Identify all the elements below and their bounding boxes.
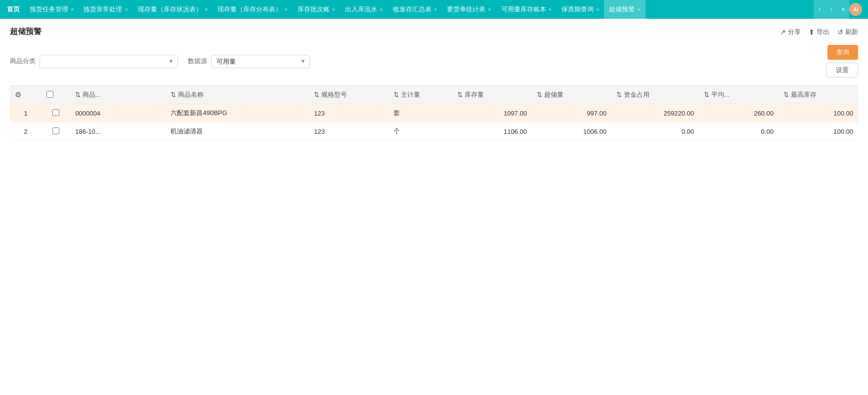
filter-buttons: 查询 设置 (826, 45, 858, 78)
col-header-overstock: ⇅ 超储量 (532, 86, 611, 104)
row-spec: 123 (309, 104, 389, 122)
row-unit: 套 (389, 104, 452, 122)
nav-close-3[interactable]: × (205, 6, 208, 12)
datasource-label: 数据源 (188, 57, 207, 66)
nav-close-10[interactable]: × (596, 6, 599, 12)
row-overstock: 1006.00 (532, 122, 611, 141)
row-checkbox-cell[interactable] (42, 104, 70, 122)
nav-item-5[interactable]: 库存批次账× (293, 0, 340, 19)
table-row: 2 186-10... 机油滤清器 123 个 1106.00 1006.00 … (10, 122, 858, 141)
share-icon: ↗ (780, 28, 786, 36)
nav-close-2[interactable]: × (125, 6, 128, 12)
row-overstock: 997.00 (532, 104, 611, 122)
nav-item-7[interactable]: 收发存汇总表× (388, 0, 442, 19)
row-stock: 1106.00 (452, 122, 532, 141)
row-checkbox[interactable] (52, 109, 59, 116)
col-header-unit: ⇅ 主计量 (389, 86, 452, 104)
col-header-stock: ⇅ 库存量 (452, 86, 532, 104)
avatar: Ai (849, 3, 862, 16)
nav-item-10[interactable]: 保质期查询× (557, 0, 604, 19)
nav-close-5[interactable]: × (332, 6, 335, 12)
category-filter-group: 商品分类 ▼ (10, 55, 178, 68)
nav-close-9[interactable]: × (549, 6, 552, 12)
row-stock: 1097.00 (452, 104, 532, 122)
col-header-product-name: ⇅ 商品名称 (166, 86, 309, 104)
row-product-name: 六配套新昌490BPG (166, 104, 309, 122)
refresh-button[interactable]: ↺ 刷新 (837, 28, 858, 37)
datasource-filter-group: 数据源 可用量 ▼ (188, 55, 310, 68)
top-navigation: 首页拣货任务管理×拣货异常处理×现存量（库存状况表）×现存量（库存分布表）×库存… (0, 0, 868, 19)
row-avg: 260.00 (699, 104, 779, 122)
page-actions: ↗ 分享 ⬆ 导出 ↺ 刷新 (780, 28, 858, 37)
row-avg: 0.00 (699, 122, 779, 141)
row-index: 1 (10, 104, 42, 122)
nav-next-button[interactable]: › (825, 0, 837, 19)
row-spec: 123 (309, 122, 389, 141)
settings-button[interactable]: 设置 (826, 63, 858, 78)
nav-item-8[interactable]: 要货单统计表× (442, 0, 496, 19)
col-header-avg: ⇅ 平均... (699, 86, 779, 104)
nav-item-2[interactable]: 拣货异常处理× (79, 0, 132, 19)
row-index: 2 (10, 122, 42, 141)
nav-close-7[interactable]: × (434, 6, 437, 12)
select-all-checkbox-cell[interactable] (42, 86, 70, 104)
nav-item-6[interactable]: 出入库流水× (340, 0, 388, 19)
nav-item-0[interactable]: 首页 (2, 0, 25, 19)
select-all-checkbox[interactable] (46, 91, 53, 98)
row-capital: 0.00 (611, 122, 699, 141)
row-max-stock: 100.00 (779, 122, 858, 141)
export-icon: ⬆ (809, 28, 815, 36)
category-label: 商品分类 (10, 57, 36, 66)
export-button[interactable]: ⬆ 导出 (809, 28, 829, 37)
datasource-select-wrap: 可用量 ▼ (211, 55, 310, 68)
query-button[interactable]: 查询 (827, 45, 858, 60)
user-area: Ai (849, 3, 866, 16)
table-body: 1 0000004 六配套新昌490BPG 123 套 1097.00 997.… (10, 104, 858, 141)
nav-close-1[interactable]: × (71, 6, 74, 12)
col-header-spec: ⇅ 规格型号 (309, 86, 389, 104)
category-select-wrap: ▼ (40, 55, 178, 68)
table-row: 1 0000004 六配套新昌490BPG 123 套 1097.00 997.… (10, 104, 858, 122)
nav-close-11[interactable]: × (637, 6, 640, 12)
table-header-row: ⚙ ⇅ 商品... ⇅ 商品名称 ⇅ 规格型号 ⇅ 主计量 ⇅ 库存量 (10, 86, 858, 104)
page-content: 超储预警 ↗ 分享 ⬆ 导出 ↺ 刷新 商品分类 ▼ (0, 19, 868, 149)
nav-prev-button[interactable]: ‹ (814, 0, 825, 19)
row-checkbox[interactable] (52, 127, 59, 134)
row-checkbox-cell[interactable] (42, 122, 70, 141)
share-button[interactable]: ↗ 分享 (780, 28, 801, 37)
nav-item-9[interactable]: 可用量库存账本× (496, 0, 557, 19)
page-title: 超储预警 (10, 27, 42, 37)
row-unit: 个 (389, 122, 452, 141)
col-header-capital: ⇅ 资金占用 (611, 86, 699, 104)
nav-close-6[interactable]: × (380, 6, 383, 12)
filter-row: 商品分类 ▼ 数据源 可用量 ▼ 查询 设置 (10, 45, 858, 78)
row-product-name: 机油滤清器 (166, 122, 309, 141)
table-header: ⚙ ⇅ 商品... ⇅ 商品名称 ⇅ 规格型号 ⇅ 主计量 ⇅ 库存量 (10, 86, 858, 104)
nav-item-4[interactable]: 现存量（库存分布表）× (213, 0, 292, 19)
gear-settings-icon[interactable]: ⚙ (10, 86, 42, 104)
row-capital: 259220.00 (611, 104, 699, 122)
nav-item-3[interactable]: 现存量（库存状况表）× (133, 0, 213, 19)
nav-close-4[interactable]: × (284, 6, 287, 12)
page-title-row: 超储预警 ↗ 分享 ⬆ 导出 ↺ 刷新 (10, 27, 858, 37)
col-header-product-code: ⇅ 商品... (70, 86, 166, 104)
data-table: ⚙ ⇅ 商品... ⇅ 商品名称 ⇅ 规格型号 ⇅ 主计量 ⇅ 库存量 (10, 85, 858, 141)
nav-item-11[interactable]: 超储预警× (604, 0, 645, 19)
nav-item-1[interactable]: 拣货任务管理× (25, 0, 79, 19)
col-header-max-stock: ⇅ 最高库存 (779, 86, 858, 104)
row-product-code: 0000004 (70, 104, 166, 122)
row-product-code: 186-10... (70, 122, 166, 141)
datasource-select[interactable]: 可用量 (211, 55, 310, 68)
row-max-stock: 100.00 (779, 104, 858, 122)
category-select[interactable] (40, 55, 178, 68)
nav-close-8[interactable]: × (488, 6, 491, 12)
refresh-icon: ↺ (837, 28, 843, 36)
nav-more-button[interactable]: × (837, 0, 849, 19)
